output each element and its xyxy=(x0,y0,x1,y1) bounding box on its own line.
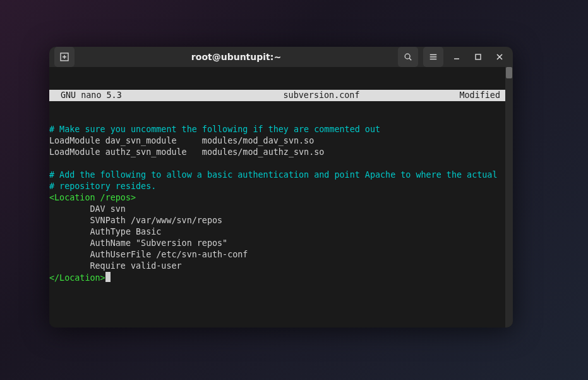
svg-line-4 xyxy=(409,58,411,60)
svg-point-3 xyxy=(405,54,410,59)
window-controls xyxy=(397,47,509,67)
maximize-button[interactable] xyxy=(469,47,488,66)
nano-status: Modified xyxy=(431,90,500,101)
nano-header: GNU nano 5.3 subversion.conf Modified xyxy=(49,90,505,101)
editor-line: <Location /repos> xyxy=(49,192,505,204)
editor-line: LoadModule authz_svn_module modules/mod_… xyxy=(49,147,505,158)
new-tab-button[interactable] xyxy=(54,47,75,67)
editor-line: # Add the following to allow a basic aut… xyxy=(49,169,505,181)
editor-content[interactable]: # Make sure you uncomment the following … xyxy=(49,124,505,283)
scrollbar-thumb[interactable] xyxy=(506,67,512,78)
editor-line: # Make sure you uncomment the following … xyxy=(49,124,505,135)
titlebar: root@ubuntupit:~ xyxy=(49,47,513,67)
svg-rect-9 xyxy=(476,54,481,59)
nano-app-name: GNU nano 5.3 xyxy=(54,90,212,101)
editor-line: AuthType Basic xyxy=(49,226,505,238)
search-button[interactable] xyxy=(398,47,418,67)
editor-line: </Location> xyxy=(49,272,505,283)
editor-line: DAV svn xyxy=(49,204,505,215)
search-icon xyxy=(404,52,412,61)
scrollbar[interactable] xyxy=(505,67,513,328)
editor-line: SVNPath /var/www/svn/repos xyxy=(49,215,505,226)
close-button[interactable] xyxy=(490,47,509,66)
close-icon xyxy=(496,53,503,61)
maximize-icon xyxy=(474,53,482,61)
menu-button[interactable] xyxy=(423,47,443,67)
new-tab-icon xyxy=(59,52,69,62)
editor-line: AuthUserFile /etc/svn-auth-conf xyxy=(49,249,505,260)
window-title: root@ubuntupit:~ xyxy=(76,52,397,62)
terminal-window: root@ubuntupit:~ xyxy=(49,47,513,328)
editor-line xyxy=(49,158,505,169)
terminal-body[interactable]: GNU nano 5.3 subversion.conf Modified # … xyxy=(49,67,505,328)
cursor xyxy=(105,272,111,282)
editor-blank-area xyxy=(49,306,505,328)
minimize-button[interactable] xyxy=(447,47,466,66)
editor-line: Require valid-user xyxy=(49,260,505,272)
editor-line: # repository resides. xyxy=(49,181,505,192)
editor-line: AuthName "Subversion repos" xyxy=(49,238,505,249)
minimize-icon xyxy=(453,53,460,61)
nano-filename: subversion.conf xyxy=(212,90,431,101)
editor-line: LoadModule dav_svn_module modules/mod_da… xyxy=(49,135,505,147)
hamburger-icon xyxy=(429,52,438,61)
